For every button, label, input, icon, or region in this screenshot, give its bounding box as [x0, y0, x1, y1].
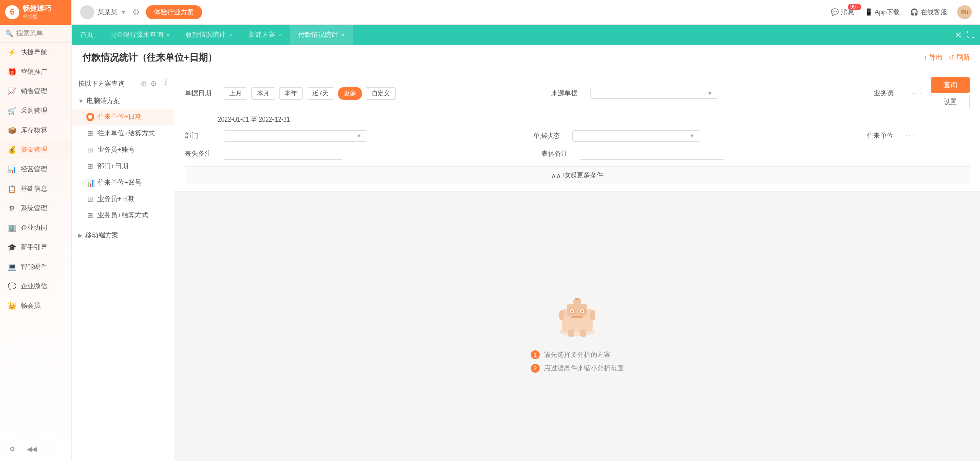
tip-num-1: 1 [531, 350, 540, 359]
refresh-btn[interactable]: ↺ 刷新 [949, 53, 970, 62]
schema-item-counterpart-account[interactable]: 📊 往来单位+账号 [72, 174, 174, 191]
tab-payment-stat[interactable]: 付款情况统计 × [290, 25, 352, 45]
body-note-label: 表体备注 [541, 149, 572, 158]
query-btn[interactable]: 查询 [931, 77, 970, 93]
table-schema-icon: ⊞ [86, 162, 94, 170]
sidebar-item-hardware[interactable]: 💻 智能硬件 [0, 257, 71, 276]
topbar-online-service[interactable]: 🎧 在线客服 [910, 8, 947, 17]
empty-state: 1 请先选择要分析的方案 2 用过滤条件来缩小分析范围 [174, 192, 980, 461]
tabbar-expand-btn[interactable]: ⛶ [967, 30, 975, 39]
schema-item-salesperson-account[interactable]: ⊞ 业务员+账号 [72, 142, 174, 158]
schema-item-salesperson-date[interactable]: ⊞ 业务员+日期 [72, 191, 174, 207]
schema-item-dept-date[interactable]: ⊞ 部门+日期 [72, 158, 174, 174]
schema-item-label: 业务员+结算方式 [97, 211, 148, 220]
date-range: 2022-01-01 至 2022-12-31 [218, 116, 290, 123]
sidebar-item-inventory[interactable]: 📦 库存核算 [0, 121, 71, 140]
settings-btn[interactable]: 设置 [931, 95, 970, 109]
tabbar-close-btn[interactable]: ✕ [955, 30, 962, 40]
search-menu[interactable]: 🔍 搜索菜单 [0, 25, 71, 43]
schema-item-counterpart-settle[interactable]: ⊞ 往来单位+结算方式 [72, 125, 174, 142]
collapse-more-btn[interactable]: ∧∧ 收起更多条件 [185, 166, 970, 184]
sidebar-item-basic-info[interactable]: 📋 基础信息 [0, 179, 71, 198]
counterpart-dots[interactable]: ··· [906, 131, 915, 141]
source-label: 来源单据 [551, 89, 582, 98]
sidebar-item-purchase[interactable]: 🛒 采购管理 [0, 101, 71, 121]
sidebar-settings-btn[interactable]: ⚙ [5, 442, 19, 456]
sidebar-item-capital[interactable]: 💰 资金管理 [0, 140, 71, 159]
sidebar-item-member[interactable]: 👑 畅会员 [0, 296, 71, 315]
sidebar-item-system[interactable]: ⚙ 系统管理 [0, 198, 71, 218]
export-btn[interactable]: ↑ 导出 [924, 53, 943, 62]
date-btn-more[interactable]: 更多 [338, 87, 362, 100]
sidebar-item-beginner[interactable]: 🎓 新手引导 [0, 237, 71, 257]
salesperson-dots[interactable]: ··· [913, 89, 923, 98]
export-icon: ↑ [924, 54, 928, 62]
tab-home[interactable]: 首页 [72, 25, 102, 45]
sidebar-item-sales[interactable]: 📈 销售管理 [0, 82, 71, 101]
empty-tip-1: 1 请先选择要分析的方案 [531, 350, 624, 359]
source-select[interactable]: ▼ [590, 88, 718, 99]
user-avatar-text: Rit [961, 9, 969, 15]
new-plan-tab-label: 新建方案 [249, 30, 276, 39]
new-plan-tab-close[interactable]: × [279, 32, 282, 38]
sidebar-item-wechat[interactable]: 💬 企业微信 [0, 276, 71, 296]
topbar-user-avatar[interactable]: Rit [957, 5, 972, 19]
bank-tab-close[interactable]: × [166, 32, 169, 38]
date-btn-custom[interactable]: 自定义 [366, 87, 396, 100]
left-panel-actions: ⊕ ⚙ 《 [141, 78, 168, 88]
counterpart-label: 往来单位 [867, 131, 897, 141]
date-btn-last-month[interactable]: 上月 [224, 87, 247, 100]
filter-area: 单据日期 上月 本月 本年 近7天 更多 自定义 来源单据 [174, 70, 980, 192]
mobile-group-label: 移动端方案 [85, 231, 119, 240]
page-header-actions: ↑ 导出 ↺ 刷新 [924, 53, 970, 62]
chevron-up-icon: ∧∧ [551, 172, 561, 179]
sidebar-item-label: 企业微信 [21, 282, 47, 291]
tab-receipt[interactable]: 收款情况统计 × [178, 25, 240, 45]
sidebar-item-quick-nav[interactable]: ⚡ 快捷导航 [0, 43, 71, 62]
schema-collapse-btn[interactable]: 《 [160, 78, 168, 88]
sidebar-item-enterprise[interactable]: 🏢 企业协同 [0, 218, 71, 237]
table-schema-icon: ⊞ [86, 146, 94, 154]
tab-bank[interactable]: 现金银行流水查询 × [102, 25, 178, 45]
trial-btn[interactable]: 体验行业方案 [146, 5, 202, 19]
pc-schema-group-header[interactable]: ▼ 电脑端方案 [72, 93, 174, 109]
header-note-input[interactable] [224, 148, 342, 160]
empty-robot-illustration [546, 280, 608, 342]
schema-item-counterpart-date[interactable]: 往来单位+日期 [72, 109, 174, 125]
active-schema-icon [86, 113, 94, 121]
mobile-group-arrow: ▶ [78, 232, 82, 239]
date-btn-this-year[interactable]: 本年 [279, 87, 303, 100]
body-note-input[interactable] [580, 148, 724, 160]
chart-schema-icon: 📊 [86, 178, 94, 187]
page-content: 付款情况统计（往来单位+日期） ↑ 导出 ↺ 刷新 按以下方案查询 ⊕ [72, 45, 980, 461]
schema-item-salesperson-settle[interactable]: ⊞ 业务员+结算方式 [72, 207, 174, 224]
sidebar-item-label: 新手引导 [21, 243, 47, 252]
mobile-group-header[interactable]: ▶ 移动端方案 [72, 228, 174, 243]
left-panel-header: 按以下方案查询 ⊕ ⚙ 《 [72, 75, 174, 91]
receipt-tab-close[interactable]: × [229, 32, 232, 38]
topbar-msg[interactable]: 💬 消息 99+ [831, 8, 854, 17]
dept-select[interactable]: ▼ [224, 130, 367, 142]
system-icon: ⚙ [7, 204, 16, 213]
left-panel-title: 按以下方案查询 [78, 79, 125, 88]
date-btn-last-7days[interactable]: 近7天 [307, 87, 334, 100]
add-schema-btn[interactable]: ⊕ [141, 79, 147, 88]
sidebar-item-marketing[interactable]: 🎁 营销推广 [0, 62, 71, 82]
topbar-app-download[interactable]: 📱 App下载 [865, 8, 900, 17]
page-header: 付款情况统计（往来单位+日期） ↑ 导出 ↺ 刷新 [72, 45, 980, 70]
operations-icon: 📊 [7, 165, 16, 174]
sidebar-collapse-btn[interactable]: ◀◀ [25, 442, 39, 456]
marketing-icon: 🎁 [7, 67, 16, 76]
tab-new-plan[interactable]: 新建方案 × [241, 25, 290, 45]
payment-tab-close[interactable]: × [341, 32, 344, 38]
topbar-settings-icon[interactable]: ⚙ [132, 7, 140, 17]
sidebar-item-label: 销售管理 [21, 87, 47, 96]
tabbar-actions: ✕ ⛶ [950, 25, 980, 45]
dept-select-arrow: ▼ [356, 133, 362, 139]
date-btn-this-month[interactable]: 本月 [251, 87, 275, 100]
schema-settings-btn[interactable]: ⚙ [150, 79, 157, 88]
inventory-icon: 📦 [7, 126, 16, 135]
sidebar-item-operations[interactable]: 📊 经营管理 [0, 159, 71, 179]
topbar-profile[interactable]: 某某某 ▼ [80, 5, 126, 19]
bill-status-select[interactable]: ▼ [572, 130, 700, 142]
